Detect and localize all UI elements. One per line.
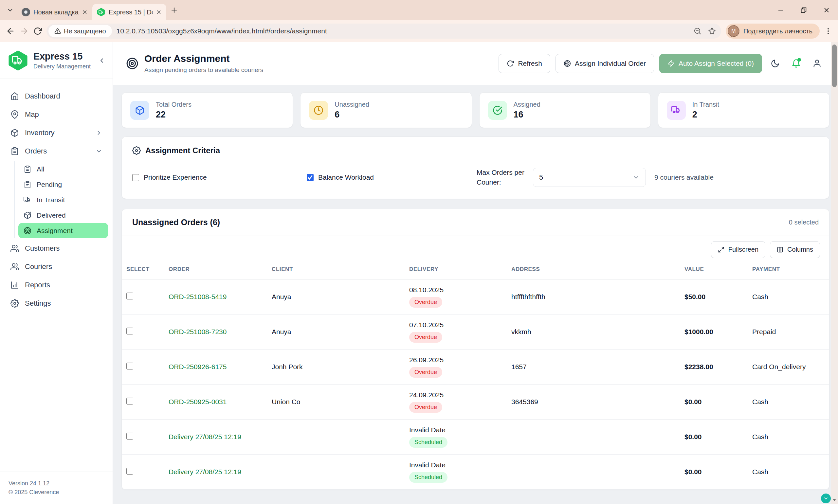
order-link[interactable]: ORD-250926-6175 [168,363,227,371]
sidebar-item-orders-all[interactable]: All [18,161,108,177]
bookmark-star-icon[interactable] [708,27,716,35]
sidebar-item-customers[interactable]: Customers [4,240,108,256]
refresh-icon [507,60,514,67]
assign-individual-order-button[interactable]: Assign Individual Order [555,54,654,73]
window-minimize-button[interactable] [769,0,792,20]
column-header-select[interactable]: Select [122,263,164,280]
site-security-chip[interactable]: Не защищено [49,25,112,37]
tab-close-icon[interactable] [82,9,88,15]
column-header-payment[interactable]: Payment [748,263,829,280]
profile-button[interactable] [809,56,825,71]
prioritize-experience-checkbox[interactable] [132,174,139,181]
sidebar-collapse-icon[interactable] [98,57,105,64]
tab-search-icon[interactable] [6,6,14,14]
order-cell: ORD-251008-7230 [164,314,267,349]
new-tab-button[interactable] [170,6,178,14]
order-link[interactable]: ORD-251008-7230 [168,328,227,336]
scroll-to-bottom-button[interactable] [821,493,831,503]
tab-title: Express 15 | Delivery Manageme [109,8,153,16]
notifications-button[interactable] [788,56,804,71]
browser-tab-express[interactable]: Express 15 | Delivery Manageme [92,4,166,20]
order-link[interactable]: Delivery 27/08/25 12:19 [168,468,241,475]
sidebar-item-couriers[interactable]: Couriers [4,258,108,275]
delivery-cell: 07.10.2025 Overdue [405,314,507,349]
reload-button[interactable] [33,27,42,35]
address-cell [507,419,680,454]
window-restore-button[interactable] [792,0,815,20]
clipboard-icon [23,181,32,188]
criteria-title: Assignment Criteria [145,146,220,155]
target-icon [126,57,139,70]
sidebar-item-orders-pending[interactable]: Pending [18,177,108,192]
clock-icon [309,101,328,120]
balance-workload-option[interactable]: Balance Workload [307,174,477,181]
check-circle-icon [488,101,507,120]
column-header-order[interactable]: Order [164,263,267,280]
delivery-status-badge: Overdue [409,297,442,308]
delivery-date: 26.09.2025 [409,356,503,364]
max-orders-select[interactable]: 5 [533,168,646,187]
table-row: Delivery 27/08/25 12:19 Invalid Date Sch… [122,454,829,489]
row-checkbox[interactable] [126,398,133,404]
page-scrollbar[interactable] [831,42,838,504]
fullscreen-button[interactable]: Fullscreen [711,241,765,258]
sidebar-item-map[interactable]: Map [4,106,108,123]
zoom-out-icon[interactable] [694,27,701,35]
tab-close-icon[interactable] [156,9,162,15]
forward-button[interactable] [20,26,29,36]
window-close-button[interactable] [815,0,838,20]
url-text[interactable]: 10.2.0.75:10503/oxgg5z6x9oqm/www/index.h… [117,27,687,35]
gear-icon [132,146,141,155]
sidebar-item-orders[interactable]: Orders [4,143,108,159]
stat-value: 22 [156,110,192,120]
app-version: Version 24.1.12 [8,479,104,488]
select-cell [122,454,164,489]
map-pin-icon [11,110,19,119]
balance-workload-checkbox[interactable] [307,174,314,181]
sidebar-item-settings[interactable]: Settings [4,295,108,311]
address-cell: 1657 [507,349,680,384]
moon-icon [770,59,780,68]
columns-button[interactable]: Columns [770,241,820,258]
scrollbar-thumb[interactable] [832,44,837,87]
url-bar[interactable]: Не защищено 10.2.0.75:10503/oxgg5z6x9oqm… [47,23,721,39]
sidebar-item-inventory[interactable]: Inventory [4,125,108,141]
refresh-button[interactable]: Refresh [499,54,550,73]
package-check-icon [23,212,32,219]
order-link[interactable]: ORD-251008-5419 [168,293,227,301]
row-checkbox[interactable] [126,328,133,335]
client-cell [267,419,405,454]
column-header-address[interactable]: Address [507,263,680,280]
select-cell [122,384,164,419]
prioritize-experience-option[interactable]: Prioritize Experience [132,174,307,181]
row-checkbox[interactable] [126,468,133,474]
column-header-delivery[interactable]: Delivery [405,263,507,280]
delivery-status-badge: Scheduled [409,472,447,483]
confirm-identity-button[interactable]: M Подтвердить личность [726,23,820,39]
row-checkbox[interactable] [126,292,133,300]
row-checkbox[interactable] [126,433,133,439]
sidebar-item-orders-assignment[interactable]: Assignment [18,223,108,238]
user-icon [813,59,822,68]
chevron-right-icon [95,130,102,136]
column-header-client[interactable]: Client [267,263,405,280]
sidebar-item-orders-delivered[interactable]: Delivered [18,208,108,223]
value-cell: $1000.00 [680,314,748,349]
column-header-value[interactable]: Value [680,263,748,280]
dark-mode-toggle[interactable] [767,56,783,71]
users-icon [11,244,19,253]
select-cell [122,349,164,384]
order-link[interactable]: ORD-250925-0031 [168,398,227,406]
delivery-status-badge: Overdue [409,367,442,378]
order-link[interactable]: Delivery 27/08/25 12:19 [168,433,241,440]
sidebar-item-orders-in-transit[interactable]: In Transit [18,192,108,208]
row-checkbox[interactable] [126,363,133,370]
sidebar-item-reports[interactable]: Reports [4,277,108,293]
browser-menu-icon[interactable] [824,27,832,35]
browser-tab-newtab[interactable]: Новая вкладка [17,4,92,20]
sidebar-item-dashboard[interactable]: Dashboard [4,88,108,104]
scrollbar-down-arrow[interactable] [832,498,837,503]
delivery-date: 24.09.2025 [409,391,503,399]
auto-assign-selected-button[interactable]: Auto Assign Selected (0) [659,54,762,73]
back-button[interactable] [6,26,15,36]
